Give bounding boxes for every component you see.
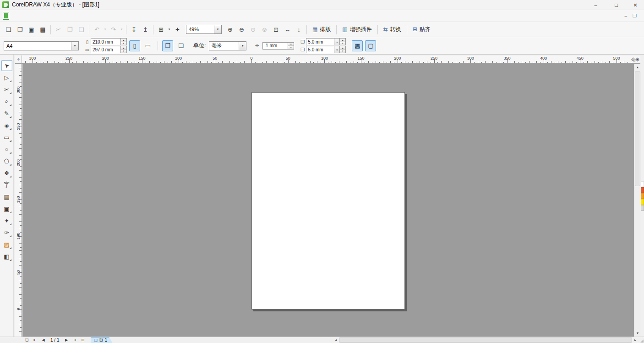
spin-down-button[interactable]: ▾	[340, 42, 345, 45]
eyedropper-tool[interactable]: ✦	[1, 215, 12, 226]
export-button[interactable]: ↥	[140, 24, 151, 35]
nudge-offset-field[interactable]: .1 mm	[262, 42, 288, 50]
zoom-selection-button[interactable]: ⊙	[247, 24, 259, 35]
fill-tool[interactable]: ▨	[1, 239, 12, 250]
treat-as-filled-toggle[interactable]: ▩	[352, 40, 363, 51]
canvas[interactable]	[22, 64, 634, 337]
duplicate-x-spinner[interactable]: ▴▾	[340, 38, 346, 45]
close-button[interactable]: ✕	[627, 0, 644, 10]
zoom-out-button[interactable]: ⊖	[236, 24, 247, 35]
dropdown-arrow-icon[interactable]: ▾	[214, 25, 221, 33]
zoom-width-button[interactable]: ↔	[282, 24, 293, 35]
add-page-front-button[interactable]: ❏	[23, 337, 31, 343]
current-page-button[interactable]: ❏	[175, 40, 186, 51]
color-swatch[interactable]	[641, 181, 644, 187]
zoom-in-button[interactable]: ⊕	[224, 24, 236, 35]
spin-down-button[interactable]: ▾	[288, 46, 294, 49]
spin-down-button[interactable]: ▾	[340, 50, 345, 53]
redo-dropdown[interactable]: ▾	[119, 24, 124, 35]
maximize-button[interactable]: □	[606, 0, 627, 10]
duplicate-y-dropdown[interactable]: ▾	[334, 46, 340, 53]
zoom-tool[interactable]: ⌕	[1, 96, 12, 107]
child-restore-button[interactable]: ❐	[633, 13, 637, 18]
blend-tool[interactable]: ▣	[1, 203, 12, 214]
horizontal-scroll-thumb[interactable]	[339, 337, 632, 343]
page[interactable]	[251, 92, 405, 310]
color-swatch[interactable]	[641, 205, 644, 211]
vertical-scroll-thumb[interactable]	[635, 72, 640, 186]
text-tool[interactable]: 字	[1, 179, 12, 190]
duplicate-y-spinner[interactable]: ▴▾	[340, 46, 346, 53]
zoom-page-button[interactable]: ⊡	[270, 24, 282, 35]
paste-button[interactable]: ❑	[76, 24, 87, 35]
shape-tool[interactable]: ▷	[1, 72, 12, 83]
table-tool[interactable]: ▦	[1, 191, 12, 202]
spin-down-button[interactable]: ▾	[121, 42, 126, 45]
minimize-button[interactable]: –	[585, 0, 606, 10]
snap-button[interactable]: ⊞贴齐	[409, 24, 434, 35]
duplicate-x-field[interactable]: 5.0 mm	[306, 38, 334, 45]
interactive-fill-tool[interactable]: ◧	[1, 251, 12, 262]
spin-up-button[interactable]: ▴	[288, 43, 294, 46]
new-button[interactable]: ❏	[3, 24, 14, 35]
app-launcher-button[interactable]: ⊞	[155, 24, 167, 35]
freehand-tool[interactable]: ✎	[1, 108, 12, 119]
portrait-button[interactable]: ▯	[129, 40, 140, 51]
smart-fill-tool[interactable]: ◈	[1, 120, 12, 131]
pick-tool[interactable]: ➤	[1, 60, 12, 71]
first-page-button[interactable]: ⇤	[31, 337, 39, 343]
scroll-up-button[interactable]: ▲	[634, 64, 641, 71]
undo-button[interactable]: ↶	[91, 24, 103, 35]
paper-height-field[interactable]: 297.0 mm	[91, 46, 121, 53]
scroll-left-button[interactable]: ◂	[333, 337, 339, 343]
print-button[interactable]: ▤	[37, 24, 49, 35]
landscape-button[interactable]: ▭	[142, 40, 153, 51]
redo-button[interactable]: ↷	[108, 24, 119, 35]
zoom-all-objects-button[interactable]: ⊚	[259, 24, 270, 35]
polygon-tool[interactable]: ⬠	[1, 155, 12, 166]
paper-height-spinner[interactable]: ▴▾	[121, 46, 127, 53]
horizontal-ruler[interactable]: 毫米 3002502001501005005010015020025030035…	[22, 55, 640, 64]
child-minimize-button[interactable]: –	[624, 13, 627, 18]
basic-shapes-tool[interactable]: ❖	[1, 167, 12, 178]
ellipse-tool[interactable]: ○	[1, 144, 12, 155]
dropdown-arrow-icon[interactable]: ▾	[239, 42, 246, 50]
units-combo[interactable]: 毫米 ▾	[209, 41, 246, 50]
color-swatch[interactable]	[641, 193, 644, 199]
zoom-level-combo[interactable]: 49%▾	[186, 25, 222, 34]
crop-tool[interactable]: ✂	[1, 84, 12, 95]
add-page-button[interactable]: ⊞	[79, 337, 87, 343]
vertical-ruler[interactable]: 050100150200250300	[15, 64, 22, 337]
paper-width-field[interactable]: 210.0 mm	[91, 38, 121, 45]
next-page-button[interactable]: ▶	[62, 337, 70, 343]
cut-button[interactable]: ✂	[53, 24, 64, 35]
copy-button[interactable]: ❐	[64, 24, 76, 35]
app-launcher-dropdown[interactable]: ▾	[167, 24, 172, 35]
vertical-scrollbar[interactable]: ▲ ▼	[634, 64, 641, 337]
convert-button[interactable]: ⇆转换	[380, 24, 405, 35]
last-page-button[interactable]: ⇥	[71, 337, 78, 343]
rectangle-tool[interactable]: ▭	[1, 132, 12, 143]
undo-dropdown[interactable]: ▾	[103, 24, 108, 35]
zoom-height-button[interactable]: ↕	[293, 24, 305, 35]
scroll-right-button[interactable]: ▸	[632, 337, 639, 343]
open-button[interactable]: ❒	[14, 24, 26, 35]
paper-width-spinner[interactable]: ▴▾	[121, 38, 127, 45]
color-swatch[interactable]	[641, 187, 644, 193]
duplicate-y-field[interactable]: 5.0 mm	[306, 46, 334, 53]
plugins-button[interactable]: ▥增强插件	[338, 24, 375, 35]
resize-grip[interactable]: ◢	[639, 337, 644, 343]
nudge-spinner[interactable]: ▴▾	[288, 42, 294, 50]
welcome-screen-button[interactable]: ✦	[172, 24, 183, 35]
all-pages-button[interactable]: ❐	[162, 40, 173, 51]
spin-down-button[interactable]: ▾	[121, 50, 126, 53]
ruler-origin[interactable]: ✛	[15, 55, 22, 64]
import-button[interactable]: ↧	[128, 24, 140, 35]
dropdown-arrow-icon[interactable]: ▾	[71, 42, 78, 50]
paper-type-combo[interactable]: A4 ▾	[4, 41, 79, 50]
save-button[interactable]: ▣	[26, 24, 37, 35]
outline-tool[interactable]: ✑	[1, 227, 12, 238]
prev-page-button[interactable]: ◀	[39, 337, 47, 343]
marquee-select-toggle[interactable]: ▢	[365, 40, 376, 51]
layout-button[interactable]: ▦排版	[309, 24, 334, 35]
